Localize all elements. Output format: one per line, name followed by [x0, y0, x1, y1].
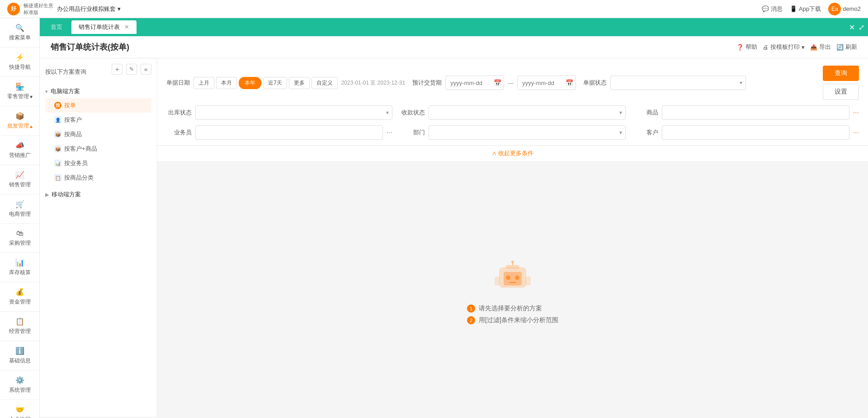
page-header: 销售订单统计表(按单) ❓ 帮助 🖨 按模板打印 ▾ 📤 导出: [40, 36, 868, 58]
date-btn-this-month[interactable]: 本月: [216, 77, 237, 89]
close-all-icon[interactable]: ✕: [849, 23, 855, 32]
base-info-icon: ℹ️: [15, 347, 24, 355]
help-icon: ❓: [736, 44, 744, 51]
by-product-icon: 📦: [54, 131, 61, 138]
left-panel: 按以下方案查询 + ✎ « ▾ 电脑端方案: [40, 58, 157, 417]
sidebar-item-search[interactable]: 🔍 搜索菜单: [0, 18, 39, 48]
outstock-select[interactable]: [195, 105, 392, 120]
tree-item-by-customer[interactable]: 👤 按客户: [45, 113, 151, 127]
sidebar-item-operations[interactable]: 📋 经营管理: [0, 312, 39, 341]
collapse-panel-button[interactable]: «: [141, 64, 151, 75]
tab-close-icon[interactable]: ✕: [124, 24, 129, 30]
collapse-bar[interactable]: ∧ 收起更多条件: [157, 145, 868, 161]
mobile-section-header[interactable]: ▶ 移动端方案: [45, 188, 151, 201]
dept-label: 部门: [400, 128, 425, 137]
app-icon: 📱: [790, 5, 797, 12]
search-icon: 🔍: [15, 24, 24, 32]
sidebar-item-ecommerce[interactable]: 🛒 电商管理: [0, 195, 39, 224]
tree-item-by-cust-prod[interactable]: 📦 按客户+商品: [45, 142, 151, 156]
query-button[interactable]: 查询: [823, 66, 859, 81]
sidebar-item-quick-nav[interactable]: ⚡ 快捷导航: [0, 48, 39, 77]
svg-point-7: [511, 261, 514, 263]
outstock-label: 出库状态: [166, 109, 192, 117]
doc-status-select[interactable]: [610, 76, 746, 90]
empty-illustration: [490, 254, 535, 299]
panel-title: 按以下方案查询: [45, 68, 86, 76]
tree-item-by-category[interactable]: 📋 按商品分类: [45, 171, 151, 185]
enterprise-icon: 🤝: [15, 405, 24, 414]
product-more-icon[interactable]: ···: [853, 109, 859, 117]
payment-status-label: 收款状态: [400, 109, 425, 117]
svg-rect-8: [495, 276, 500, 285]
avatar: Ea: [828, 3, 841, 15]
message-button[interactable]: 💬 消息: [762, 5, 783, 13]
customer-input[interactable]: [662, 125, 849, 140]
expand-icon[interactable]: ⤢: [859, 23, 864, 32]
workspace-selector[interactable]: 办公用品行业模拟账套 ▾: [57, 5, 121, 13]
date-btn-7days[interactable]: 近7天: [263, 77, 287, 89]
by-category-icon: 📋: [54, 174, 61, 181]
quick-nav-icon: ⚡: [15, 53, 24, 62]
print-chevron-icon: ▾: [802, 44, 805, 51]
salesperson-more-icon[interactable]: ···: [387, 128, 392, 137]
edit-scheme-button[interactable]: ✎: [126, 64, 137, 75]
date-btn-last-month[interactable]: 上月: [193, 77, 214, 89]
sidebar-item-marketing[interactable]: 📣 营销推广: [0, 136, 39, 165]
sidebar-item-finance[interactable]: 💰 资金管理: [0, 282, 39, 312]
sidebar-item-inventory[interactable]: 📊 库存核算: [0, 253, 39, 282]
export-icon: 📤: [810, 44, 817, 51]
customer-more-icon[interactable]: ···: [853, 128, 859, 137]
date-range-text: 2023-01-01 至 2023-12-31: [341, 79, 405, 87]
filter-section: 单据日期 上月 本月 本年 近7天 更多 自定义: [157, 58, 868, 161]
user-menu[interactable]: Ea demo2: [828, 3, 861, 15]
tree-item-by-salesperson[interactable]: 📊 按业务员: [45, 156, 151, 171]
add-scheme-button[interactable]: +: [112, 64, 123, 75]
collapse-icon: ∧: [492, 150, 497, 157]
tip-num-1: 1: [467, 304, 475, 313]
print-icon: 🖨: [763, 44, 769, 51]
app-name: 畅捷通好生意 标准版: [24, 2, 53, 15]
tab-bar: 首页 销售订单统计表 ✕ ✕ ⤢: [40, 18, 868, 36]
svg-point-2: [506, 276, 510, 280]
payment-status-select[interactable]: [429, 105, 626, 120]
by-order-icon: 按: [54, 102, 61, 109]
product-input[interactable]: [662, 105, 849, 120]
reset-button[interactable]: 设置: [823, 84, 859, 100]
tree-item-by-product[interactable]: 📦 按商品: [45, 127, 151, 142]
sidebar-item-system[interactable]: ⚙️ 系统管理: [0, 370, 39, 400]
date-btn-this-year[interactable]: 本年: [239, 77, 261, 89]
date-separator: —: [508, 80, 514, 86]
export-button[interactable]: 📤 导出: [810, 43, 831, 51]
empty-tips: 1 请先选择要分析的方案 2 用[过滤]条件来缩小分析范围: [467, 304, 558, 324]
tree-item-by-order[interactable]: 按 按单: [45, 98, 151, 113]
sidebar-item-sales-mgmt[interactable]: 📈 销售管理: [0, 165, 39, 195]
right-panel: 单据日期 上月 本月 本年 近7天 更多 自定义: [157, 58, 868, 417]
mobile-section-label: 移动端方案: [52, 190, 81, 199]
tab-sales-order-stats[interactable]: 销售订单统计表 ✕: [71, 20, 137, 34]
pc-section-label: 电脑端方案: [51, 87, 80, 95]
date-btn-more[interactable]: 更多: [289, 77, 310, 89]
tab-home[interactable]: 首页: [43, 20, 70, 34]
svg-point-3: [515, 276, 519, 280]
sidebar-item-retail[interactable]: 🏪 零售管理▾: [0, 77, 39, 106]
dept-select[interactable]: [429, 125, 626, 140]
sidebar-item-purchase[interactable]: 🛍 采购管理: [0, 224, 39, 253]
pc-section-header[interactable]: ▾ 电脑端方案: [45, 85, 151, 98]
salesperson-input[interactable]: [195, 125, 383, 140]
sidebar-item-wholesale[interactable]: 📦 批发管理▴: [0, 106, 39, 136]
help-button[interactable]: ❓ 帮助: [736, 43, 757, 51]
by-customer-icon: 👤: [54, 116, 61, 124]
print-button[interactable]: 🖨 按模板打印 ▾: [763, 43, 805, 51]
purchase-icon: 🛍: [16, 229, 24, 238]
message-icon: 💬: [762, 5, 769, 12]
app-download-button[interactable]: 📱 App下载: [790, 5, 821, 13]
refresh-button[interactable]: 🔄 刷新: [836, 43, 857, 51]
date-btn-custom[interactable]: 自定义: [311, 77, 338, 89]
logo-icon: 好: [7, 3, 20, 15]
sales-mgmt-icon: 📈: [15, 171, 24, 179]
mobile-expand-icon: ▶: [45, 192, 49, 198]
wholesale-icon: 📦: [15, 112, 24, 120]
sidebar: 🔍 搜索菜单 ⚡ 快捷导航 🏪 零售管理▾ 📦 批发管理▴ 📣 营销推广 📈 销…: [0, 18, 40, 418]
sidebar-item-base-info[interactable]: ℹ️ 基础信息: [0, 341, 39, 370]
sidebar-item-enterprise[interactable]: 🤝 企业协同: [0, 400, 39, 418]
